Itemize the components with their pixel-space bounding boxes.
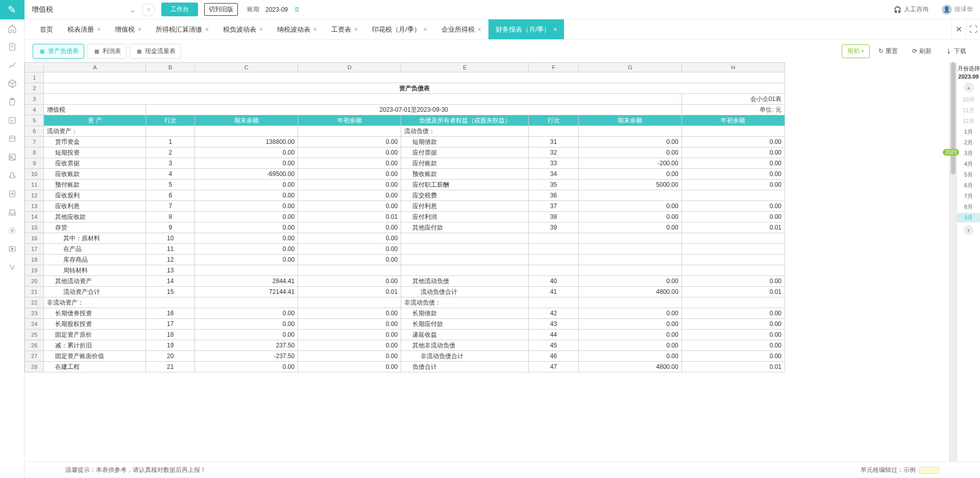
tab[interactable]: 增值税×: [108, 19, 149, 39]
chevron-down-icon[interactable]: ⌄: [130, 6, 136, 14]
close-icon[interactable]: ×: [259, 26, 263, 33]
nav-report-icon[interactable]: [0, 111, 24, 130]
month-item[interactable]: 6月: [957, 181, 980, 190]
nav-tray-icon[interactable]: [0, 203, 24, 221]
cell[interactable]: 0.00: [681, 319, 785, 330]
cell[interactable]: 0.00: [681, 201, 785, 212]
cell[interactable]: [529, 297, 579, 308]
cell[interactable]: [401, 244, 529, 255]
cell[interactable]: 长期应付款: [401, 319, 529, 330]
cell[interactable]: 应付利息: [401, 201, 529, 212]
cell[interactable]: 其他应收款: [44, 212, 146, 222]
cell[interactable]: 应付票据: [401, 147, 529, 158]
cell[interactable]: 15: [146, 287, 195, 297]
cell[interactable]: [146, 126, 195, 137]
row-header[interactable]: 26: [25, 340, 44, 351]
scrollbar-vertical[interactable]: [949, 62, 957, 462]
cell[interactable]: 13: [146, 265, 195, 276]
cell[interactable]: [195, 265, 298, 276]
cell[interactable]: 72144.41: [195, 287, 298, 297]
close-icon[interactable]: ×: [138, 26, 141, 33]
row-header[interactable]: 18: [25, 255, 44, 265]
cell[interactable]: 5: [146, 180, 195, 190]
cell[interactable]: 37: [529, 201, 579, 212]
cell[interactable]: 0.00: [195, 308, 298, 319]
cell[interactable]: 0.01: [681, 287, 785, 297]
cell[interactable]: 0.00: [298, 190, 401, 201]
cell[interactable]: 0.00: [298, 362, 401, 372]
cell[interactable]: 0.00: [195, 244, 298, 255]
close-icon[interactable]: ×: [313, 26, 317, 33]
cell[interactable]: 流动负债合计: [401, 287, 529, 297]
row-header[interactable]: 4: [25, 105, 44, 115]
nav-form-icon[interactable]: [0, 130, 24, 148]
cell[interactable]: [578, 297, 681, 308]
cell[interactable]: 0.00: [578, 330, 681, 340]
cell[interactable]: 0.00: [195, 147, 298, 158]
nav-video-icon[interactable]: [0, 240, 24, 258]
cell[interactable]: [401, 233, 529, 244]
row-header[interactable]: 13: [25, 201, 44, 212]
cell[interactable]: 库存商品: [44, 255, 146, 265]
cell[interactable]: 0.00: [298, 233, 401, 244]
cell[interactable]: 0.00: [578, 319, 681, 330]
cell[interactable]: 0.00: [298, 169, 401, 180]
old-version-button[interactable]: 切到旧版: [204, 3, 238, 16]
consult-button[interactable]: 🎧 人工咨询: [894, 5, 928, 14]
cell[interactable]: 0.00: [195, 319, 298, 330]
cell[interactable]: 16: [146, 308, 195, 319]
tab[interactable]: 首页: [33, 19, 60, 39]
cell[interactable]: 递延收益: [401, 330, 529, 340]
cell[interactable]: -69500.00: [195, 169, 298, 180]
cell[interactable]: -237.50: [195, 351, 298, 362]
nav-stamp-icon[interactable]: [0, 166, 24, 185]
cell[interactable]: 增值税: [44, 105, 146, 115]
row-header[interactable]: 2: [25, 83, 44, 94]
tab[interactable]: 印花税（月/季）×: [365, 19, 434, 39]
row-header[interactable]: 11: [25, 180, 44, 190]
row-header[interactable]: 9: [25, 158, 44, 169]
cell[interactable]: [578, 244, 681, 255]
row-header[interactable]: 1: [25, 72, 44, 83]
subtab[interactable]: ▦现金流量表: [130, 44, 181, 59]
cell[interactable]: 4800.00: [578, 362, 681, 372]
row-header[interactable]: 19: [25, 265, 44, 276]
month-item[interactable]: 9月: [957, 213, 980, 222]
row-header[interactable]: 8: [25, 147, 44, 158]
cell[interactable]: 0.00: [195, 330, 298, 340]
list-icon[interactable]: ≡: [142, 3, 155, 16]
cell[interactable]: [681, 126, 785, 137]
cell[interactable]: [298, 297, 401, 308]
cell[interactable]: 单位: 元: [681, 105, 785, 115]
cell[interactable]: 32: [529, 147, 579, 158]
cell[interactable]: 2844.41: [195, 276, 298, 287]
cell[interactable]: 应收股利: [44, 190, 146, 201]
cell[interactable]: 40: [529, 276, 579, 287]
user-menu[interactable]: 👤 徐泽华: [942, 5, 973, 15]
col-header[interactable]: B: [146, 63, 195, 72]
cell[interactable]: 其他流动资产: [44, 276, 146, 287]
cell[interactable]: 0.00: [195, 158, 298, 169]
row-header[interactable]: 28: [25, 362, 44, 372]
cell[interactable]: 5000.00: [578, 180, 681, 190]
cell[interactable]: 0.00: [681, 351, 785, 362]
cell[interactable]: 负债及所有者权益（或股东权益）: [401, 115, 529, 126]
cell[interactable]: 应收利息: [44, 201, 146, 212]
cell[interactable]: [298, 126, 401, 137]
cell[interactable]: [578, 265, 681, 276]
cell[interactable]: 42: [529, 308, 579, 319]
cell[interactable]: 短期投资: [44, 147, 146, 158]
cell[interactable]: 0.01: [681, 222, 785, 233]
month-item[interactable]: 4月: [957, 159, 980, 169]
cell[interactable]: 0.00: [298, 158, 401, 169]
cell[interactable]: 20: [146, 351, 195, 362]
cell[interactable]: [681, 233, 785, 244]
tab[interactable]: 税表清册×: [60, 19, 108, 39]
cell[interactable]: 周转材料: [44, 265, 146, 276]
subtab[interactable]: ▦资产负债表: [33, 44, 84, 59]
cell[interactable]: 0.00: [195, 222, 298, 233]
spreadsheet[interactable]: ABCDEFGH 12资产负债表3会小企01表4增值税2023-07-01至20…: [24, 62, 949, 462]
cell[interactable]: 应收票据: [44, 158, 146, 169]
cell[interactable]: 预收账款: [401, 169, 529, 180]
row-header[interactable]: 10: [25, 169, 44, 180]
